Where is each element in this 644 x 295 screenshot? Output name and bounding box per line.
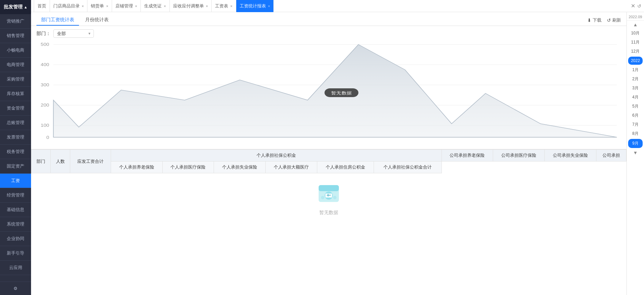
date-month-oct[interactable]: 10月 [627, 29, 644, 38]
tab-home-label: 首页 [37, 3, 46, 9]
refresh-button[interactable]: ↺ 刷新 [607, 17, 621, 23]
date-month-jan[interactable]: 1月 [627, 65, 644, 75]
date-month-sep[interactable]: 9月 [628, 139, 643, 148]
sidebar-item-enterprise[interactable]: 企业协同 [0, 232, 31, 246]
date-month-jun[interactable]: 6月 [627, 111, 644, 120]
tab-payroll-table-label: 工资表 [215, 3, 228, 9]
chart-svg: 500 400 300 200 100 0 [36, 41, 621, 142]
sidebar-item-system[interactable]: 系统管理 [0, 217, 31, 232]
sidebar-item-cloud[interactable]: 云应用 [0, 261, 31, 275]
refresh-label: 刷新 [612, 17, 621, 23]
download-label: 下载 [593, 17, 601, 23]
col-company-more: 公司承担 [596, 150, 626, 161]
col-dept: 部门 [31, 150, 51, 173]
sidebar-arrow[interactable]: ▲ [24, 5, 28, 9]
date-month-jul[interactable]: 7月 [627, 120, 644, 129]
svg-rect-19 [327, 195, 331, 196]
tab-shop-catalog[interactable]: 门店商品目录 × [50, 0, 87, 12]
svg-point-21 [321, 196, 324, 199]
tab-sales-order-close[interactable]: × [106, 4, 108, 8]
settings-button[interactable]: ⚙ [0, 282, 31, 295]
table-empty: 暂无数据 [31, 173, 626, 223]
tab-receivable[interactable]: 应收应付调整单 × [170, 0, 212, 12]
dept-label: 部门： [36, 31, 51, 37]
tab-payroll-report[interactable]: 工资统计报表 × [236, 0, 274, 12]
sidebar-item-ledger[interactable]: 总账管理 [0, 116, 31, 130]
sidebar-item-ecommerce[interactable]: 电商管理 [0, 58, 31, 72]
subtab-dept-stats[interactable]: 部门工资统计表 [36, 15, 79, 26]
tab-home[interactable]: 首页 [34, 0, 50, 12]
tab-shop-manage-label: 店铺管理 [115, 3, 133, 9]
dept-select[interactable]: 全部 [53, 29, 94, 38]
date-up-button[interactable]: ▲ [632, 21, 639, 29]
tab-bar-close-icon[interactable]: ✕ [631, 3, 635, 9]
tab-shop-catalog-close[interactable]: × [82, 4, 84, 8]
date-down-button[interactable]: ▼ [632, 149, 639, 157]
col-personal-housing: 个人承担住房公积金 [317, 161, 374, 173]
tab-bar-refresh-icon[interactable]: ↺ [637, 3, 641, 9]
empty-label: 暂无数据 [319, 210, 338, 216]
col-total-wage: 应发工资合计 [70, 150, 111, 173]
date-year-2022[interactable]: 2022 [628, 57, 643, 65]
sidebar-item-sales[interactable]: 销售管理 [0, 29, 31, 43]
sidebar-item-guide[interactable]: 新手引导 [0, 246, 31, 261]
tab-receivable-close[interactable]: × [206, 4, 208, 8]
gear-icon: ⚙ [14, 286, 18, 291]
svg-text:300: 300 [41, 83, 50, 87]
sidebar: 批发管理 ▲ 营销推广 销售管理 小畅电商 电商管理 采购管理 库存核算 资金管… [0, 0, 31, 295]
svg-text:500: 500 [41, 42, 50, 47]
col-personal-major-medical: 个人承担大额医疗 [265, 161, 317, 173]
sidebar-title: 批发管理 [4, 4, 23, 10]
date-month-may[interactable]: 5月 [627, 102, 644, 111]
sidebar-item-inventory[interactable]: 库存核算 [0, 87, 31, 101]
col-count: 人数 [51, 150, 70, 173]
filter-toolbar: 部门： 全部 [31, 26, 626, 41]
date-panel-year: 2022.09 [627, 13, 644, 21]
tab-shop-catalog-label: 门店商品目录 [53, 3, 80, 9]
sidebar-item-mini-ecommerce[interactable]: 小畅电商 [0, 43, 31, 58]
tab-production-voucher[interactable]: 生成凭证 × [141, 0, 169, 12]
download-icon: ⬇ [587, 18, 591, 23]
tab-sales-order[interactable]: 销货单 × [87, 0, 112, 12]
tab-sales-order-label: 销货单 [91, 3, 104, 9]
tab-receivable-label: 应收应付调整单 [173, 3, 204, 9]
sidebar-item-tax[interactable]: 税务管理 [0, 145, 31, 159]
data-table: 部门 人数 应发工资合计 个人承担社保公积金 公司承担养老保险 公司承担医疗保险… [31, 149, 626, 173]
sidebar-item-operations[interactable]: 经营管理 [0, 188, 31, 203]
sidebar-item-invoice[interactable]: 发票管理 [0, 130, 31, 145]
sidebar-item-purchase[interactable]: 采购管理 [0, 72, 31, 87]
dept-select-wrap: 全部 [53, 29, 94, 38]
date-month-dec[interactable]: 12月 [627, 47, 644, 56]
col-personal-unemployment: 个人承担失业保险 [214, 161, 266, 173]
download-button[interactable]: ⬇ 下载 [587, 17, 601, 23]
svg-text:400: 400 [41, 62, 50, 67]
svg-text:暂无数据: 暂无数据 [331, 91, 352, 95]
date-month-apr[interactable]: 4月 [627, 93, 644, 102]
subtab-dept-stats-label: 部门工资统计表 [41, 17, 74, 22]
date-panel: 2022.09 ▲ 10月 11月 12月 2022 1月 2月 3月 4月 5… [626, 12, 644, 295]
date-month-nov[interactable]: 11月 [627, 38, 644, 47]
svg-text:200: 200 [41, 103, 50, 107]
tab-bar-actions: ✕ ↺ [631, 3, 641, 9]
toolbar-right: ⬇ 下载 ↺ 刷新 [587, 17, 621, 23]
sidebar-item-payroll[interactable]: 工资 [0, 174, 31, 188]
col-personal-total: 个人承担社保公积金合计 [374, 161, 441, 173]
sidebar-item-finance[interactable]: 资金管理 [0, 101, 31, 116]
date-month-mar[interactable]: 3月 [627, 84, 644, 93]
tab-production-voucher-close[interactable]: × [164, 4, 166, 8]
tab-shop-manage[interactable]: 店铺管理 × [112, 0, 141, 12]
tab-payroll-report-close[interactable]: × [268, 4, 270, 8]
col-company-old: 公司承担养老保险 [441, 150, 493, 161]
col-personal-old: 个人承担养老保险 [111, 161, 162, 173]
date-month-feb[interactable]: 2月 [627, 75, 644, 84]
subtabs: 部门工资统计表 月份统计表 ⬇ 下载 ↺ 刷新 [31, 12, 626, 26]
tab-payroll-table[interactable]: 工资表 × [212, 0, 236, 12]
tab-shop-manage-close[interactable]: × [135, 4, 137, 8]
chart-area: 500 400 300 200 100 0 [31, 41, 626, 149]
sidebar-item-marketing[interactable]: 营销推广 [0, 14, 31, 29]
subtab-month-stats[interactable]: 月份统计表 [80, 15, 113, 26]
tab-payroll-table-close[interactable]: × [230, 4, 232, 8]
sidebar-item-basic[interactable]: 基础信息 [0, 203, 31, 217]
date-month-aug[interactable]: 8月 [627, 129, 644, 138]
sidebar-item-assets[interactable]: 固定资产 [0, 159, 31, 174]
